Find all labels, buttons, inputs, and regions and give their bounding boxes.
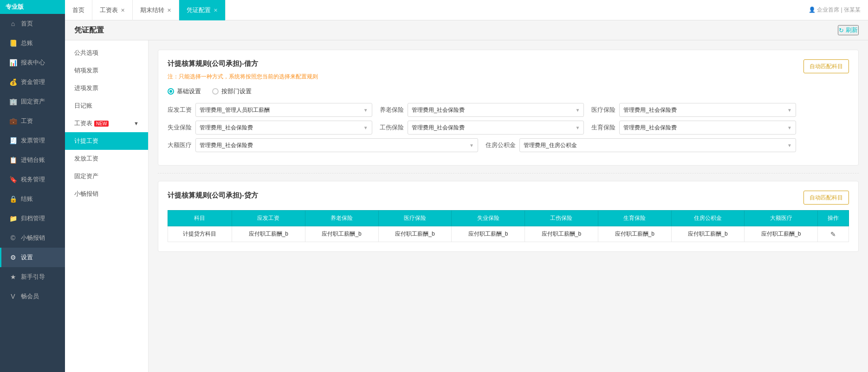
left-nav-item-public[interactable]: 公共选项 bbox=[65, 44, 148, 62]
sidebar-item-archive[interactable]: 📁 归档管理 bbox=[0, 209, 65, 228]
sidebar-label-ledger: 总账 bbox=[21, 39, 33, 47]
sidebar-item-xiaochang[interactable]: © 小畅报销 bbox=[0, 228, 65, 248]
tab-period[interactable]: 期末结转✕ bbox=[133, 0, 179, 20]
sidebar-label-sales: 进销台账 bbox=[21, 156, 45, 164]
col-header-8: 大额医疗 bbox=[745, 211, 818, 226]
select-ylbx[interactable]: 管理费用_社会保险费 ▼ bbox=[408, 103, 584, 117]
left-nav-item-sales_invoice[interactable]: 销项发票 bbox=[65, 62, 148, 79]
left-nav-item-calc_salary[interactable]: 计提工资 bbox=[65, 132, 148, 150]
tab-close-payroll[interactable]: ✕ bbox=[121, 7, 125, 13]
select-gsbx-value: 管理费用_社会保险费 bbox=[412, 124, 576, 132]
sidebar-item-vip[interactable]: V 畅会员 bbox=[0, 287, 65, 306]
sidebar-item-tax[interactable]: 🔖 税务管理 bbox=[0, 170, 65, 189]
label-sybx: 失业保险 bbox=[168, 123, 192, 132]
sidebar-item-ledger[interactable]: 📒 总账 bbox=[0, 33, 65, 53]
debit-section-title: 计提核算规则(公司承担)-借方 bbox=[168, 59, 796, 68]
table-cell-0-1: 应付职工薪酬_b bbox=[232, 226, 305, 242]
left-nav-label-payroll_table: 工资表NEW bbox=[74, 119, 109, 128]
tab-close-period[interactable]: ✕ bbox=[167, 7, 171, 13]
select-sybx-value: 管理费用_社会保险费 bbox=[200, 124, 363, 132]
brand-logo: 专业版 bbox=[0, 0, 65, 14]
debit-fields-row2: 失业保险 管理费用_社会保险费 ▼ 工伤保险 管理费用_社会保险费 bbox=[168, 121, 796, 135]
sidebar-icon-vip: V bbox=[9, 293, 17, 300]
sidebar-item-close[interactable]: 🔒 结账 bbox=[0, 189, 65, 209]
select-zfgjj-value: 管理费用_住房公积金 bbox=[524, 141, 787, 149]
field-zfgjj: 住房公积金 管理费用_住房公积金 ▼ bbox=[486, 138, 796, 152]
select-gsbx-arrow: ▼ bbox=[575, 125, 580, 130]
tab-voucher[interactable]: 凭证配置✕ bbox=[179, 0, 226, 20]
select-ylbx2[interactable]: 管理费用_社会保险费 ▼ bbox=[619, 103, 796, 117]
left-nav-item-purchase_invoice[interactable]: 进项发票 bbox=[65, 79, 148, 97]
select-zfgjj-arrow: ▼ bbox=[787, 143, 792, 148]
page-title: 凭证配置 bbox=[74, 26, 104, 35]
sidebar-item-fund[interactable]: 💰 资金管理 bbox=[0, 72, 65, 92]
sidebar-item-guide[interactable]: ★ 新手引导 bbox=[0, 267, 65, 287]
left-nav-item-xiaochang2[interactable]: 小畅报销 bbox=[65, 185, 148, 203]
sidebar-item-salary[interactable]: 💼 工资 bbox=[0, 111, 65, 131]
sidebar-item-invoice[interactable]: 🧾 发票管理 bbox=[0, 131, 65, 150]
tab-payroll[interactable]: 工资表✕ bbox=[92, 0, 133, 20]
sidebar-icon-invoice: 🧾 bbox=[9, 137, 17, 144]
left-nav-item-pay_salary[interactable]: 发放工资 bbox=[65, 150, 148, 167]
sidebar-label-vip: 畅会员 bbox=[21, 292, 39, 301]
select-sybx-arrow: ▼ bbox=[363, 125, 368, 130]
sidebar-label-tax: 税务管理 bbox=[21, 175, 45, 184]
debit-section-notice: 注：只能选择一种方式，系统将按照您当前的选择来配置规则 bbox=[168, 73, 796, 81]
radio-dept[interactable]: 按部门设置 bbox=[212, 87, 252, 96]
label-yfgz: 应发工资 bbox=[168, 106, 192, 114]
right-content: 计提核算规则(公司承担)-借方 注：只能选择一种方式，系统将按照您当前的选择来配… bbox=[149, 40, 868, 372]
radio-circle-dept bbox=[212, 88, 219, 95]
sidebar-item-sales[interactable]: 📋 进销台账 bbox=[0, 150, 65, 170]
new-badge-payroll_table: NEW bbox=[94, 121, 109, 127]
field-ylbx: 养老保险 管理费用_社会保险费 ▼ bbox=[380, 103, 584, 117]
refresh-button[interactable]: ↻ 刷新 bbox=[838, 25, 859, 35]
left-nav-item-journal[interactable]: 日记账 bbox=[65, 97, 148, 115]
col-header-0: 科目 bbox=[168, 211, 232, 226]
radio-dot-basic bbox=[169, 90, 172, 93]
edit-icon-0[interactable]: ✎ bbox=[830, 231, 836, 238]
sidebar-item-home[interactable]: ⌂ 首页 bbox=[0, 14, 65, 33]
select-yfgz[interactable]: 管理费用_管理人员职工薪酬 ▼ bbox=[195, 103, 372, 117]
sidebar-label-close: 结账 bbox=[21, 195, 33, 203]
sidebar-item-asset[interactable]: 🏢 固定资产 bbox=[0, 92, 65, 111]
sidebar-item-report[interactable]: 📊 报表中心 bbox=[0, 53, 65, 72]
table-cell-0-3: 应付职工薪酬_b bbox=[378, 226, 452, 242]
sidebar-item-settings[interactable]: ⚙ 设置 bbox=[0, 248, 65, 267]
debit-section: 计提核算规则(公司承担)-借方 注：只能选择一种方式，系统将按照您当前的选择来配… bbox=[158, 50, 859, 166]
select-gsbx[interactable]: 管理费用_社会保险费 ▼ bbox=[408, 121, 584, 135]
left-nav-item-fixed_asset[interactable]: 固定资产 bbox=[65, 167, 148, 185]
credit-auto-match-button[interactable]: 自动匹配科目 bbox=[803, 191, 849, 205]
tab-home[interactable]: 首页 bbox=[65, 0, 92, 20]
sidebar-icon-fund: 💰 bbox=[9, 78, 17, 86]
left-nav-label-purchase_invoice: 进项发票 bbox=[74, 84, 98, 92]
table-cell-0-9[interactable]: ✎ bbox=[818, 226, 849, 242]
brand-text: 专业版 bbox=[6, 3, 24, 11]
sidebar-icon-tax: 🔖 bbox=[9, 176, 17, 183]
select-zfgjj[interactable]: 管理费用_住房公积金 ▼ bbox=[519, 138, 796, 152]
tab-label-payroll: 工资表 bbox=[100, 6, 118, 14]
debit-auto-match-button[interactable]: 自动匹配科目 bbox=[803, 59, 849, 73]
field-deyf: 大额医疗 管理费用_社会保险费 ▼ bbox=[168, 138, 478, 152]
left-nav-label-journal: 日记账 bbox=[74, 102, 92, 110]
sidebar-label-invoice: 发票管理 bbox=[21, 136, 45, 145]
tab-label-voucher: 凭证配置 bbox=[187, 6, 211, 14]
select-sybx2[interactable]: 管理费用_社会保险费 ▼ bbox=[619, 121, 796, 135]
table-cell-0-7: 应付职工薪酬_b bbox=[671, 226, 745, 242]
select-sybx[interactable]: 管理费用_社会保险费 ▼ bbox=[195, 121, 372, 135]
left-nav-label-pay_salary: 发放工资 bbox=[74, 154, 98, 163]
radio-basic[interactable]: 基础设置 bbox=[168, 87, 201, 96]
select-deyf-value: 管理费用_社会保险费 bbox=[200, 141, 469, 149]
left-nav-label-sales_invoice: 销项发票 bbox=[74, 66, 98, 75]
left-nav-item-payroll_table[interactable]: 工资表NEW▼ bbox=[65, 115, 148, 132]
sidebar-icon-guide: ★ bbox=[9, 273, 17, 281]
section-divider bbox=[158, 173, 859, 173]
field-sybx: 失业保险 管理费用_社会保险费 ▼ bbox=[168, 121, 372, 135]
sidebar-icon-salary: 💼 bbox=[9, 117, 17, 125]
tab-close-voucher[interactable]: ✕ bbox=[214, 7, 218, 13]
sidebar-label-settings: 设置 bbox=[21, 253, 33, 262]
sidebar-label-report: 报表中心 bbox=[21, 58, 45, 67]
credit-section-title: 计提核算规则(公司承担)-贷方 bbox=[168, 191, 258, 200]
field-ylbx2: 医疗保险 管理费用_社会保险费 ▼ bbox=[591, 103, 796, 117]
select-deyf[interactable]: 管理费用_社会保险费 ▼ bbox=[195, 138, 478, 152]
table-cell-0-2: 应付职工薪酬_b bbox=[305, 226, 378, 242]
